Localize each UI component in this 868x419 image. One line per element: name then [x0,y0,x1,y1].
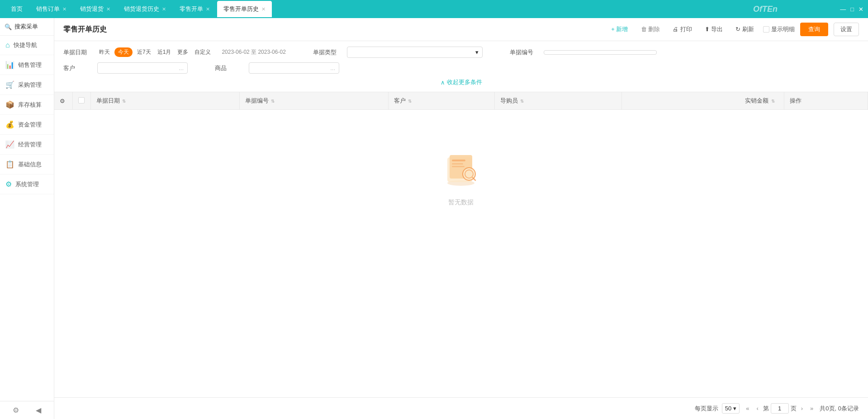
empty-text: 暂无数据 [448,198,474,207]
show-detail-toggle[interactable]: 显示明细 [763,25,795,33]
refresh-button[interactable]: ↻ 刷新 [732,24,758,35]
tab-close-icon[interactable]: ✕ [261,6,266,12]
tab-销货退货[interactable]: 销货退货✕ [74,1,117,17]
th-customer-sort-icon[interactable]: ⇅ [408,99,412,104]
th-checkbox-input[interactable] [78,97,85,104]
goods-label: 商品 [215,64,240,72]
collapse-arrow-icon: ∧ [441,79,445,86]
sidebar-label-3: 库存核算 [18,101,42,109]
customer-input[interactable]: ... [97,62,188,74]
sidebar-icon-5: 📈 [5,140,14,149]
collapse-label: 收起更多条件 [447,78,482,86]
tab-close-icon[interactable]: ✕ [206,6,210,12]
sidebar-item-4[interactable]: 💰 资金管理 [0,115,54,135]
date-buttons: 昨天今天近7天近1月更多自定义 [97,47,213,57]
th-guide-label: 导购员 [500,97,518,104]
search-icon: 🔍 [5,24,12,30]
query-button[interactable]: 查询 [800,23,828,36]
setting-button[interactable]: 设置 [834,23,859,36]
page-text: 第 [763,405,769,413]
th-action-label: 操作 [790,97,802,104]
date-btn-昨天[interactable]: 昨天 [97,47,112,57]
table-area: ⚙ 单据日期 ⇅ 单据编号 ⇅ 客户 [54,92,868,397]
main-layout: 🔍 搜索采单 ⌂ 快捷导航 📊 销售管理 🛒 采购管理 📦 库存核算 💰 资金管… [0,18,868,419]
th-checkbox[interactable] [72,92,90,110]
sidebar-search[interactable]: 🔍 搜索采单 [0,18,54,36]
search-label: 搜索采单 [14,23,38,31]
print-button[interactable]: 🖨 打印 [669,24,696,35]
first-page-btn[interactable]: « [743,404,752,413]
date-btn-近1月[interactable]: 近1月 [156,47,173,57]
last-page-btn[interactable]: » [807,404,816,413]
number-input[interactable] [544,50,657,55]
page-input[interactable] [771,403,789,414]
th-number: 单据编号 ⇅ [239,92,388,110]
window-max-btn[interactable]: □ [850,6,854,13]
tab-label: 零售开单 [180,5,203,13]
goods-input[interactable]: ... [249,62,339,74]
next-page-btn[interactable]: › [798,404,806,413]
svg-rect-5 [452,166,465,167]
tab-首页[interactable]: 首页 [5,1,29,17]
date-btn-今天[interactable]: 今天 [114,47,133,57]
empty-icon [438,146,484,191]
tab-零售开单历史[interactable]: 零售开单历史✕ [217,1,272,17]
window-min-btn[interactable]: — [840,6,846,13]
collapse-button[interactable]: ∧ 收起更多条件 [63,78,859,86]
date-btn-自定义[interactable]: 自定义 [193,47,213,57]
tab-label: 销售订单 [36,5,60,13]
sidebar-label-6: 基础信息 [18,160,42,169]
prev-page-btn[interactable]: ‹ [754,404,761,413]
th-gear[interactable]: ⚙ [54,92,72,110]
sidebar-item-3[interactable]: 📦 库存核算 [0,95,54,115]
type-select[interactable]: ▾ [347,47,483,58]
sidebar: 🔍 搜索采单 ⌂ 快捷导航 📊 销售管理 🛒 采购管理 📦 库存核算 💰 资金管… [0,18,54,419]
tab-销货退货历史[interactable]: 销货退货历史✕ [118,1,172,17]
filter-row-1: 单据日期 昨天今天近7天近1月更多自定义 2023-06-02 至 2023-0… [63,47,859,58]
sidebar-item-6[interactable]: 📋 基础信息 [0,155,54,174]
collapse-icon[interactable]: ◀ [36,406,41,414]
tab-零售开单[interactable]: 零售开单✕ [173,1,216,17]
sidebar-label-2: 采购管理 [18,81,42,89]
sidebar-items: ⌂ 快捷导航 📊 销售管理 🛒 采购管理 📦 库存核算 💰 资金管理 📈 经营管… [0,36,54,194]
empty-state: 暂无数据 [54,110,868,243]
sidebar-item-2[interactable]: 🛒 采购管理 [0,75,54,95]
th-number-sort-icon[interactable]: ⇅ [271,99,275,104]
tab-close-icon[interactable]: ✕ [106,6,110,12]
add-button[interactable]: + 新增 [607,24,631,35]
th-date-label: 单据日期 [96,97,120,104]
tab-close-icon[interactable]: ✕ [162,6,166,12]
tab-销售订单[interactable]: 销售订单✕ [30,1,73,17]
th-date: 单据日期 ⇅ [90,92,239,110]
th-guide-sort-icon[interactable]: ⇅ [520,99,524,104]
th-amount-sort-icon[interactable]: ⇅ [771,99,775,104]
th-customer-label: 客户 [394,97,406,104]
page-nav: « ‹ 第 页 › » [743,403,816,414]
page-title: 零售开单历史 [63,25,107,34]
th-action: 操作 [784,92,868,110]
settings-icon[interactable]: ⚙ [13,406,19,414]
data-table: ⚙ 单据日期 ⇅ 单据编号 ⇅ 客户 [54,92,868,243]
date-btn-近7天[interactable]: 近7天 [135,47,153,57]
pagination: 每页显示 50 ▾ « ‹ 第 页 › » 共0页, 0条记录 [54,397,868,419]
date-btn-更多[interactable]: 更多 [175,47,190,57]
export-button[interactable]: ⬆ 导出 [701,24,727,35]
sidebar-icon-4: 💰 [5,120,14,129]
tab-close-icon[interactable]: ✕ [62,6,66,12]
sidebar-item-0[interactable]: ⌂ 快捷导航 [0,36,54,55]
tab-label: 首页 [11,5,23,13]
svg-rect-3 [452,160,465,161]
sidebar-label-4: 资金管理 [18,121,42,129]
th-date-sort-icon[interactable]: ⇅ [122,99,126,104]
tab-label: 零售开单历史 [223,5,259,13]
sidebar-item-1[interactable]: 📊 销售管理 [0,55,54,75]
page-size-select[interactable]: 50 ▾ [722,403,740,414]
sidebar-item-5[interactable]: 📈 经营管理 [0,135,54,155]
window-close-btn[interactable]: ✕ [859,6,863,13]
sidebar-icon-6: 📋 [5,160,14,169]
page-unit-label: 页 [791,405,797,413]
page-size-value: 50 [725,405,731,412]
show-detail-checkbox[interactable] [763,26,769,33]
delete-button[interactable]: 🗑 删除 [637,24,664,35]
sidebar-item-7[interactable]: ⚙ 系统管理 [0,174,54,194]
